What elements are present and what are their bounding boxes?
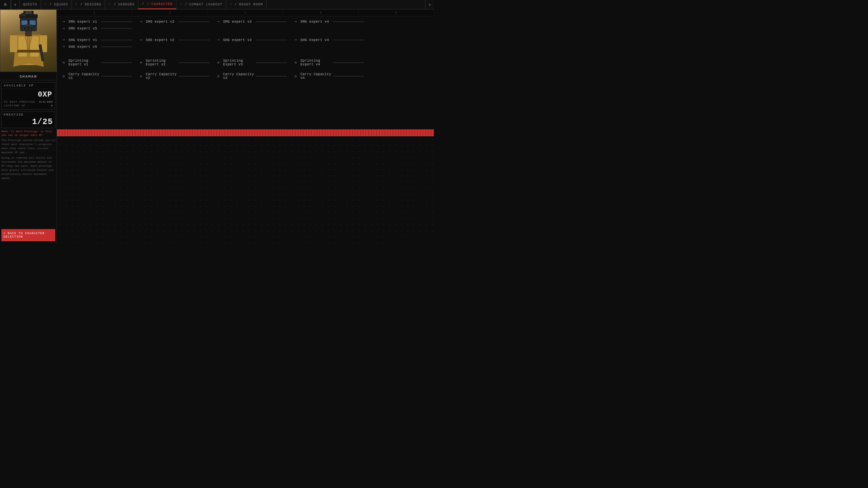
separator-bar <box>57 129 434 136</box>
prestige-desc1: The Prestige system allows you to reset … <box>1 138 55 155</box>
smg-v3-label: SMG expert v3 <box>223 20 254 24</box>
shg-icon-3: ⊸ <box>216 37 221 43</box>
lower-area <box>57 136 434 244</box>
smg-skill-row: ⊸ SMG expert v1 ⊸ SMG expert v2 ⊸ SMG ex… <box>61 19 430 33</box>
skill-sprint-v1[interactable]: ≋ Sprinting Expert v1 <box>61 59 132 66</box>
main-layout: SHAMAN AVAILABLE XP 0XP TO NEXT PRESTIGE… <box>0 9 434 244</box>
nav-item-squads[interactable]: / SQUADS <box>41 0 72 9</box>
skill-smg-v2[interactable]: ⊸ SMG expert v2 <box>138 19 210 24</box>
carry-icon-4: ⊙ <box>293 74 298 79</box>
shg-icon-5: ⊸ <box>61 44 66 49</box>
lifetime-xp-value: 0 <box>51 104 53 107</box>
skill-carry-v2[interactable]: ⊙ Carry Capacity v2 <box>138 73 210 80</box>
skill-smg-v3[interactable]: ⊸ SMG expert v3 <box>216 19 287 24</box>
nav-item-regions[interactable]: / REGIONS <box>72 0 105 9</box>
smg-icon-4: ⊸ <box>293 19 298 24</box>
svg-rect-11 <box>29 20 36 25</box>
skill-sprint-v2[interactable]: ≋ Sprinting Expert v2 <box>138 59 210 66</box>
right-content: 1 2 3 4 5 ⊸ SMG expert v1 ⊸ SMG expert v… <box>57 9 434 244</box>
nav-item-quests[interactable]: QUESTS <box>20 0 41 9</box>
xp-value: 0XP <box>2 89 55 100</box>
sprint-v3-bar <box>256 62 287 63</box>
nav-item-character[interactable]: / CHARACTER <box>138 0 176 9</box>
skill-shg-v5[interactable]: ⊸ SHG expert v5 <box>61 44 132 49</box>
shg-v2-bar <box>178 40 210 40</box>
tier-3: 3 <box>208 9 283 16</box>
sprint-icon-1: ≋ <box>61 60 66 65</box>
skill-shg-v4[interactable]: ⊸ SHG expert v4 <box>293 37 364 43</box>
nav-item-vendors[interactable]: / VENDORS <box>105 0 138 9</box>
carry-v3-label: Carry Capacity v3 <box>223 73 254 80</box>
carry-icon-2: ⊙ <box>138 74 144 79</box>
smg-v2-bar <box>178 21 210 22</box>
shg-v1-label: SHG expert v1 <box>68 38 100 42</box>
sprint-v2-label: Sprinting Expert v2 <box>146 59 177 66</box>
shg-v5-label: SHG expert v5 <box>68 45 100 49</box>
svg-point-19 <box>25 11 28 14</box>
skill-sprint-v3[interactable]: ≋ Sprinting Expert v3 <box>216 59 287 66</box>
back-to-character-selection-button[interactable]: BACK TO CHARACTER SELECTION <box>1 229 55 241</box>
shg-v3-label: SHG expert v3 <box>223 38 254 42</box>
carry-v2-bar <box>178 76 210 77</box>
shg-v4-bar <box>333 40 364 40</box>
to-next-prestige-value: 0/8,000 <box>39 100 53 103</box>
shg-v4-label: SHG expert v4 <box>300 38 332 42</box>
nav-item-ready-room[interactable]: / READY ROOM <box>226 0 267 9</box>
tier-2: 2 <box>132 9 208 16</box>
character-portrait <box>0 9 57 72</box>
shg-icon-4: ⊸ <box>293 37 298 43</box>
sprint-v4-label: Sprinting Expert v4 <box>300 59 332 66</box>
xp-lifetime-row: LIFETIME XP 0 <box>4 104 53 107</box>
skill-carry-v4[interactable]: ⊙ Carry Capacity v4 <box>293 73 364 80</box>
tier-4: 4 <box>283 9 358 16</box>
skill-shg-v1[interactable]: ⊸ SHG expert v1 <box>61 37 132 43</box>
sprint-icon-2: ≋ <box>138 60 144 65</box>
skill-shg-v2[interactable]: ⊸ SHG expert v2 <box>138 37 210 43</box>
smg-v4-label: SMG expert v4 <box>300 20 332 24</box>
shg-v5-bar <box>101 46 132 47</box>
carry-v1-label: Carry Capacity v1 <box>68 73 100 80</box>
smg-v3-bar <box>256 21 287 22</box>
carry-icon-1: ⊙ <box>61 74 66 79</box>
carry-v4-label: Carry Capacity v4 <box>300 73 332 80</box>
carry-skill-row: ⊙ Carry Capacity v1 ⊙ Carry Capacity v2 … <box>61 73 430 81</box>
to-next-prestige-label: TO NEXT PRESTIGE <box>4 100 35 103</box>
svg-rect-5 <box>10 35 17 52</box>
menu-button[interactable]: ≡ <box>0 0 11 9</box>
svg-point-14 <box>23 27 27 30</box>
xp-header: AVAILABLE XP <box>2 83 55 89</box>
smg-v5-bar <box>101 28 132 29</box>
skill-smg-v4[interactable]: ⊸ SMG expert v4 <box>293 19 364 24</box>
svg-rect-10 <box>21 20 27 25</box>
nav-items: QUESTS / SQUADS / REGIONS / VENDORS / CH… <box>20 0 425 9</box>
sprint-icon-3: ≋ <box>216 60 221 65</box>
portrait-illustration <box>6 11 51 70</box>
skill-carry-v3[interactable]: ⊙ Carry Capacity v3 <box>216 73 287 80</box>
carry-v3-bar <box>256 76 287 77</box>
skill-smg-v5[interactable]: ⊸ SMG expert v5 <box>61 26 132 31</box>
skill-sprint-v4[interactable]: ≋ Sprinting Expert v4 <box>293 59 364 66</box>
svg-rect-4 <box>16 50 41 53</box>
skill-shg-v3[interactable]: ⊸ SHG expert v3 <box>216 37 287 43</box>
sprint-v2-bar <box>178 62 210 63</box>
nav-item-combat-loadout[interactable]: / COMBAT LOADOUT <box>176 0 226 9</box>
shg-skill-row: ⊸ SHG expert v1 ⊸ SHG expert v2 ⊸ SHG ex… <box>61 37 430 51</box>
nav-left-arrow[interactable]: ‹ <box>11 0 20 9</box>
svg-rect-18 <box>23 11 34 14</box>
sprint-icon-4: ≋ <box>293 60 298 65</box>
portrait-inner <box>0 10 56 72</box>
skill-smg-v1[interactable]: ⊸ SMG expert v1 <box>61 19 132 24</box>
shg-icon-1: ⊸ <box>61 37 66 43</box>
carry-v2-label: Carry Capacity v2 <box>146 73 177 80</box>
tier-row: 1 2 3 4 5 <box>57 9 434 16</box>
shg-icon-2: ⊸ <box>138 37 144 43</box>
top-nav: ≡ ‹ QUESTS / SQUADS / REGIONS / VENDORS … <box>0 0 434 9</box>
lifetime-xp-label: LIFETIME XP <box>4 104 25 107</box>
smg-v2-label: SMG expert v2 <box>146 20 177 24</box>
carry-v1-bar <box>101 76 132 77</box>
nav-right-arrow[interactable]: › <box>425 0 434 9</box>
smg-icon-1: ⊸ <box>61 19 66 24</box>
shg-v3-bar <box>256 40 287 40</box>
prestige-value: 1/25 <box>4 117 53 126</box>
skill-carry-v1[interactable]: ⊙ Carry Capacity v1 <box>61 73 132 80</box>
